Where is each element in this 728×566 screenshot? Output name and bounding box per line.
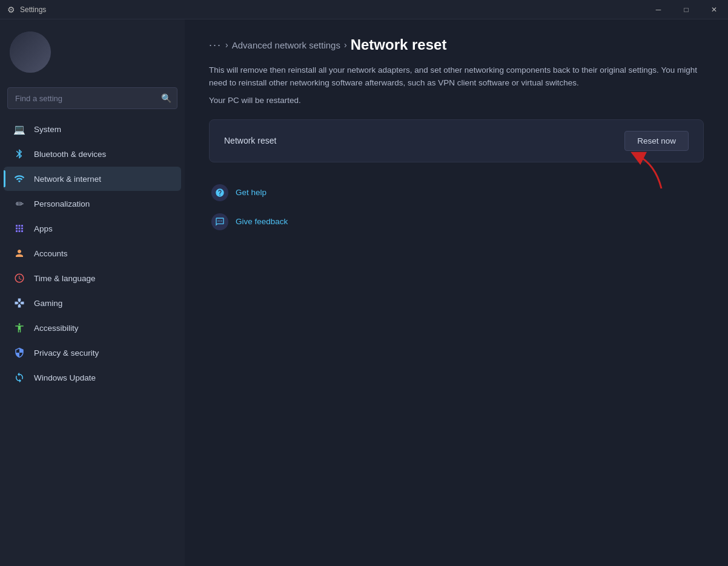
get-help-icon — [211, 184, 228, 201]
breadcrumb: ··· › Advanced network settings › Networ… — [209, 36, 704, 53]
sidebar: 🔍 💻 System Bluetooth & devices Network & — [0, 19, 185, 566]
give-feedback-item[interactable]: Give feedback — [209, 208, 704, 235]
avatar — [10, 32, 51, 73]
sidebar-item-label: Gaming — [34, 299, 62, 308]
sidebar-item-privacy[interactable]: Privacy & security — [4, 341, 181, 365]
get-help-item[interactable]: Get help — [209, 179, 704, 206]
sidebar-item-label: Time & language — [34, 274, 96, 283]
breadcrumb-sep-2: › — [344, 40, 347, 50]
gaming-icon — [13, 297, 25, 309]
titlebar-controls: ─ □ ✕ — [644, 0, 728, 19]
page-subtitle: Your PC will be restarted. — [209, 96, 704, 105]
app-container: 🔍 💻 System Bluetooth & devices Network & — [0, 19, 728, 566]
personalization-icon: ✏ — [13, 198, 25, 210]
sidebar-item-label: Network & internet — [34, 175, 101, 184]
sidebar-search-container: 🔍 — [7, 87, 177, 109]
maximize-button[interactable]: □ — [672, 0, 700, 19]
titlebar: ⚙ Settings ─ □ ✕ — [0, 0, 728, 19]
sidebar-item-system[interactable]: 💻 System — [4, 117, 181, 141]
bluetooth-icon — [13, 148, 25, 160]
sidebar-item-time[interactable]: Time & language — [4, 266, 181, 290]
time-icon — [13, 272, 25, 284]
accessibility-icon — [13, 322, 25, 334]
sidebar-item-network[interactable]: Network & internet — [4, 167, 181, 191]
give-feedback-label: Give feedback — [236, 217, 288, 226]
sidebar-item-label: Windows Update — [34, 373, 96, 382]
sidebar-item-apps[interactable]: Apps — [4, 216, 181, 241]
sidebar-profile — [0, 19, 185, 82]
sidebar-item-label: Accounts — [34, 249, 68, 258]
titlebar-left: ⚙ Settings — [7, 5, 46, 15]
titlebar-title: Settings — [20, 5, 46, 14]
sidebar-item-label: Bluetooth & devices — [34, 150, 106, 159]
sidebar-nav: 💻 System Bluetooth & devices Network & i… — [0, 114, 185, 566]
sidebar-item-label: Apps — [34, 224, 53, 233]
page-description: This will remove then reinstall all your… — [209, 64, 704, 90]
system-icon: 💻 — [13, 123, 25, 135]
update-icon — [13, 371, 25, 384]
search-icon: 🔍 — [161, 93, 171, 103]
breadcrumb-parent-link[interactable]: Advanced network settings — [232, 40, 340, 50]
avatar-image — [10, 32, 51, 73]
give-feedback-icon — [211, 213, 228, 230]
sidebar-item-label: Privacy & security — [34, 348, 99, 358]
breadcrumb-current: Network reset — [351, 36, 447, 53]
get-help-label: Get help — [236, 188, 266, 197]
reset-card-label: Network reset — [224, 136, 276, 145]
search-input[interactable] — [7, 87, 177, 109]
sidebar-item-bluetooth[interactable]: Bluetooth & devices — [4, 142, 181, 166]
content-area: ··· › Advanced network settings › Networ… — [185, 19, 728, 566]
breadcrumb-dots[interactable]: ··· — [209, 39, 222, 50]
sidebar-item-label: System — [34, 125, 61, 134]
close-button[interactable]: ✕ — [700, 0, 728, 19]
network-icon — [13, 173, 25, 185]
breadcrumb-sep-1: › — [225, 40, 228, 50]
sidebar-item-accounts[interactable]: Accounts — [4, 241, 181, 265]
sidebar-item-personalization[interactable]: ✏ Personalization — [4, 191, 181, 216]
sidebar-item-label: Accessibility — [34, 324, 79, 333]
apps-icon — [13, 222, 25, 235]
minimize-button[interactable]: ─ — [644, 0, 672, 19]
sidebar-item-accessibility[interactable]: Accessibility — [4, 316, 181, 340]
network-reset-card: Network reset Reset now — [209, 119, 704, 162]
sidebar-item-gaming[interactable]: Gaming — [4, 291, 181, 315]
sidebar-item-update[interactable]: Windows Update — [4, 365, 181, 390]
help-links: Get help Give feedback — [209, 179, 704, 235]
settings-icon: ⚙ — [7, 5, 15, 15]
privacy-icon — [13, 347, 25, 359]
accounts-icon — [13, 247, 25, 259]
reset-now-button[interactable]: Reset now — [624, 131, 689, 151]
sidebar-item-label: Personalization — [34, 199, 90, 208]
